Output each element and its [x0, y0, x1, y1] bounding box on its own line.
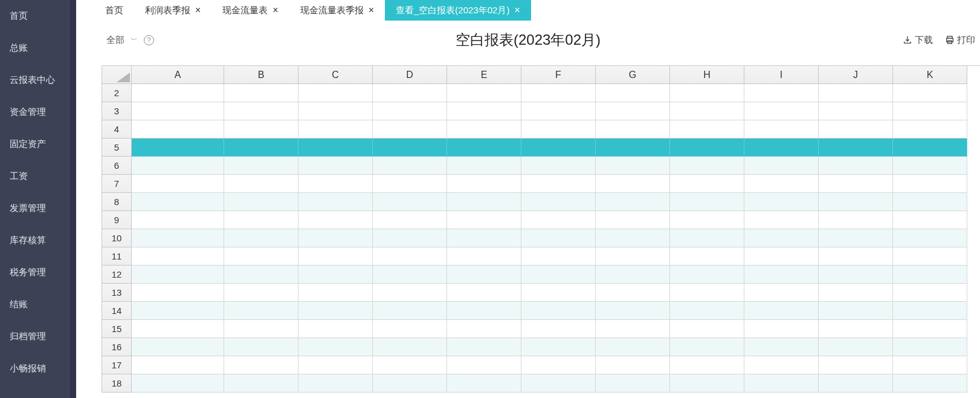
cell-B3[interactable] — [224, 102, 298, 120]
cell-G7[interactable] — [596, 175, 670, 193]
cell-H15[interactable] — [670, 320, 744, 338]
cell-J9[interactable] — [819, 211, 893, 229]
cell-G18[interactable] — [596, 374, 670, 393]
cell-H6[interactable] — [670, 157, 744, 175]
cell-C10[interactable] — [298, 229, 373, 247]
column-header-I[interactable]: I — [744, 66, 819, 84]
cell-C5[interactable] — [298, 139, 373, 157]
cell-C12[interactable] — [298, 266, 373, 284]
cell-I12[interactable] — [744, 266, 819, 284]
cell-K5[interactable] — [893, 139, 967, 157]
cell-H16[interactable] — [670, 338, 744, 356]
cell-D18[interactable] — [373, 374, 447, 393]
cell-J3[interactable] — [819, 102, 893, 120]
cell-E17[interactable] — [447, 356, 521, 374]
cell-I13[interactable] — [744, 284, 819, 302]
cell-F10[interactable] — [521, 229, 596, 247]
tab-1[interactable]: 利润表季报× — [134, 0, 211, 21]
cell-D14[interactable] — [373, 302, 447, 320]
cell-J8[interactable] — [819, 193, 893, 211]
cell-C6[interactable] — [298, 157, 373, 175]
column-header-F[interactable]: F — [521, 66, 596, 84]
column-header-K[interactable]: K — [893, 66, 967, 84]
cell-F18[interactable] — [521, 374, 596, 393]
cell-K14[interactable] — [893, 302, 967, 320]
cell-J13[interactable] — [819, 284, 893, 302]
cell-G8[interactable] — [596, 193, 670, 211]
cell-F5[interactable] — [521, 139, 596, 157]
sidebar-item-1[interactable]: 总账 — [0, 32, 76, 64]
cell-H11[interactable] — [670, 247, 744, 266]
cell-A8[interactable] — [132, 193, 224, 211]
cell-G6[interactable] — [596, 157, 670, 175]
cell-I7[interactable] — [744, 175, 819, 193]
cell-E5[interactable] — [447, 139, 521, 157]
row-header-17[interactable]: 17 — [102, 356, 132, 374]
cell-D13[interactable] — [373, 284, 447, 302]
cell-K8[interactable] — [893, 193, 967, 211]
cell-C15[interactable] — [298, 320, 373, 338]
sidebar-item-9[interactable]: 结账 — [0, 289, 76, 321]
cell-B11[interactable] — [224, 247, 298, 266]
cell-K12[interactable] — [893, 266, 967, 284]
cell-A13[interactable] — [132, 284, 224, 302]
cell-B16[interactable] — [224, 338, 298, 356]
cell-H13[interactable] — [670, 284, 744, 302]
row-header-8[interactable]: 8 — [102, 193, 132, 211]
cell-E16[interactable] — [447, 338, 521, 356]
cell-F15[interactable] — [521, 320, 596, 338]
cell-H10[interactable] — [670, 229, 744, 247]
cell-F13[interactable] — [521, 284, 596, 302]
cell-C18[interactable] — [298, 374, 373, 393]
sidebar-scrollbar[interactable] — [70, 0, 76, 398]
cell-E18[interactable] — [447, 374, 521, 393]
cell-G2[interactable] — [596, 84, 670, 102]
cell-D8[interactable] — [373, 193, 447, 211]
cell-F8[interactable] — [521, 193, 596, 211]
cell-C7[interactable] — [298, 175, 373, 193]
cell-H4[interactable] — [670, 120, 744, 139]
row-header-9[interactable]: 9 — [102, 211, 132, 229]
close-icon[interactable]: × — [514, 5, 520, 16]
cell-H2[interactable] — [670, 84, 744, 102]
cell-E2[interactable] — [447, 84, 521, 102]
row-header-4[interactable]: 4 — [102, 120, 132, 139]
row-header-15[interactable]: 15 — [102, 320, 132, 338]
tab-4[interactable]: 查看_空白报表(2023年02月)× — [385, 0, 531, 21]
column-header-B[interactable]: B — [224, 66, 298, 84]
cell-F16[interactable] — [521, 338, 596, 356]
cell-H7[interactable] — [670, 175, 744, 193]
cell-D7[interactable] — [373, 175, 447, 193]
row-header-2[interactable]: 2 — [102, 84, 132, 102]
select-all-corner[interactable] — [102, 66, 132, 84]
cell-K16[interactable] — [893, 338, 967, 356]
cell-K4[interactable] — [893, 120, 967, 139]
cell-J10[interactable] — [819, 229, 893, 247]
cell-B10[interactable] — [224, 229, 298, 247]
cell-G13[interactable] — [596, 284, 670, 302]
cell-I17[interactable] — [744, 356, 819, 374]
sidebar-item-2[interactable]: 云报表中心 — [0, 64, 76, 96]
cell-E11[interactable] — [447, 247, 521, 266]
cell-B9[interactable] — [224, 211, 298, 229]
cell-J16[interactable] — [819, 338, 893, 356]
cell-I18[interactable] — [744, 374, 819, 393]
column-header-G[interactable]: G — [596, 66, 670, 84]
download-button[interactable]: 下载 — [903, 34, 933, 46]
cell-B5[interactable] — [224, 139, 298, 157]
cell-B8[interactable] — [224, 193, 298, 211]
cell-A2[interactable] — [132, 84, 224, 102]
row-header-3[interactable]: 3 — [102, 102, 132, 120]
sidebar-item-10[interactable]: 归档管理 — [0, 321, 76, 353]
cell-J7[interactable] — [819, 175, 893, 193]
cell-G10[interactable] — [596, 229, 670, 247]
column-header-J[interactable]: J — [819, 66, 893, 84]
cell-C4[interactable] — [298, 120, 373, 139]
sidebar-item-11[interactable]: 小畅报销 — [0, 353, 76, 385]
column-header-D[interactable]: D — [373, 66, 447, 84]
cell-G17[interactable] — [596, 356, 670, 374]
filter-dropdown[interactable]: 全部 ﹀ ? — [106, 34, 154, 46]
cell-G5[interactable] — [596, 139, 670, 157]
cell-E4[interactable] — [447, 120, 521, 139]
cell-A15[interactable] — [132, 320, 224, 338]
